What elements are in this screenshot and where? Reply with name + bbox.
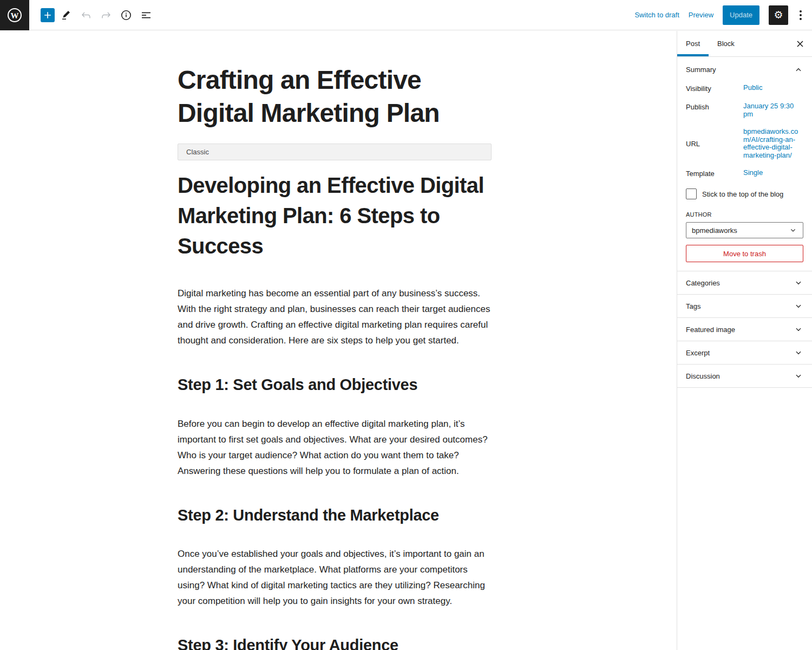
kebab-dot: [800, 10, 802, 12]
excerpt-panel-title: Excerpt: [686, 349, 710, 357]
switch-to-draft-link[interactable]: Switch to draft: [634, 11, 679, 19]
template-label: Template: [686, 169, 743, 178]
classic-block[interactable]: Classic: [178, 144, 492, 160]
post-content: Crafting an Effective Digital Marketing …: [178, 63, 492, 650]
tab-block[interactable]: Block: [709, 31, 743, 56]
step-1-heading[interactable]: Step 1: Set Goals and Objectives: [178, 375, 492, 394]
featured-image-panel-title: Featured image: [686, 326, 735, 334]
author-select-value: bpmediaworks: [692, 226, 737, 235]
excerpt-panel-header[interactable]: Excerpt: [677, 341, 812, 364]
pencil-icon: [60, 9, 73, 22]
collapsed-panels: Categories Tags Featured image Excerpt: [677, 271, 812, 388]
wordpress-icon: W: [6, 6, 23, 24]
classic-block-label: Classic: [186, 148, 209, 156]
svg-text:W: W: [11, 11, 19, 20]
discussion-panel-header[interactable]: Discussion: [677, 364, 812, 387]
block-inserter-button[interactable]: [41, 8, 55, 22]
post-title[interactable]: Crafting an Effective Digital Marketing …: [178, 63, 492, 130]
preview-link[interactable]: Preview: [689, 11, 713, 19]
url-label: URL: [686, 139, 743, 148]
discussion-panel-title: Discussion: [686, 372, 720, 380]
summary-panel-header[interactable]: Summary: [677, 57, 812, 82]
visibility-row: Visibility Public: [686, 84, 803, 93]
summary-panel: Summary Visibility Public Publish Januar…: [677, 57, 812, 271]
redo-button[interactable]: [97, 6, 115, 24]
author-select[interactable]: bpmediaworks: [686, 222, 803, 238]
step-2-heading[interactable]: Step 2: Understand the Marketplace: [178, 506, 492, 525]
summary-body: Visibility Public Publish January 25 9:3…: [677, 82, 812, 271]
editor-canvas: Crafting an Effective Digital Marketing …: [0, 31, 677, 650]
redo-icon: [100, 9, 113, 22]
update-button[interactable]: Update: [723, 5, 759, 25]
tab-post[interactable]: Post: [677, 31, 709, 56]
tags-panel-header[interactable]: Tags: [677, 294, 812, 317]
wordpress-logo[interactable]: W: [0, 0, 29, 30]
sidebar-tabs: Post Block: [677, 31, 812, 57]
chevron-down-icon: [794, 371, 803, 381]
editor-toolbar: W: [0, 0, 812, 30]
publish-label: Publish: [686, 102, 743, 111]
categories-panel-header[interactable]: Categories: [677, 271, 812, 294]
wordpress-block-editor: W: [0, 0, 812, 650]
visibility-label: Visibility: [686, 84, 743, 93]
intro-paragraph[interactable]: Digital marketing has become an essentia…: [178, 285, 492, 348]
move-to-trash-button[interactable]: Move to trash: [686, 245, 803, 262]
url-value-link[interactable]: bpmediaworks.com/AI/crafting-an-effectiv…: [743, 128, 803, 159]
stick-to-top-label: Stick to the top of the blog: [702, 190, 783, 198]
list-view-icon: [140, 9, 153, 22]
visibility-value-link[interactable]: Public: [743, 84, 803, 92]
author-label: AUTHOR: [686, 211, 803, 218]
plus-icon: [42, 10, 53, 21]
options-menu-button[interactable]: [797, 7, 804, 23]
summary-panel-title: Summary: [686, 66, 716, 74]
step-2-paragraph[interactable]: Once you’ve established your goals and o…: [178, 546, 492, 609]
stick-to-top-row: Stick to the top of the blog: [686, 188, 803, 199]
stick-to-top-checkbox[interactable]: [686, 188, 697, 199]
info-icon: [120, 9, 133, 22]
chevron-down-icon: [789, 226, 797, 235]
undo-icon: [80, 9, 93, 22]
list-view-button[interactable]: [137, 6, 155, 24]
details-button[interactable]: [117, 6, 135, 24]
chevron-down-icon: [794, 278, 803, 288]
categories-panel-title: Categories: [686, 279, 720, 287]
chevron-down-icon: [794, 301, 803, 311]
tags-panel-title: Tags: [686, 302, 700, 310]
post-heading-h2[interactable]: Developing an Effective Digital Marketin…: [178, 170, 492, 261]
publish-row: Publish January 25 9:30 pm: [686, 102, 803, 118]
gear-icon: ⚙: [774, 10, 783, 20]
url-row: URL bpmediaworks.com/AI/crafting-an-effe…: [686, 128, 803, 159]
step-1-paragraph[interactable]: Before you can begin to develop an effec…: [178, 416, 492, 479]
settings-sidebar: Post Block Summary Visibility Public: [677, 31, 812, 650]
template-row: Template Single: [686, 169, 803, 178]
chevron-up-icon: [794, 65, 803, 75]
featured-image-panel-header[interactable]: Featured image: [677, 317, 812, 341]
toolbar-actions: Switch to draft Preview Update ⚙: [634, 5, 812, 25]
kebab-dot: [800, 14, 802, 16]
template-value-link[interactable]: Single: [743, 169, 803, 177]
chevron-down-icon: [794, 348, 803, 358]
publish-value-link[interactable]: January 25 9:30 pm: [743, 102, 803, 118]
step-3-heading[interactable]: Step 3: Identify Your Audience: [178, 636, 492, 650]
undo-button[interactable]: [77, 6, 95, 24]
settings-gear-button[interactable]: ⚙: [769, 5, 788, 25]
chevron-down-icon: [794, 324, 803, 334]
close-settings-button[interactable]: [791, 35, 809, 53]
kebab-dot: [800, 18, 802, 20]
edit-tool-button[interactable]: [57, 6, 75, 24]
close-icon: [794, 37, 807, 50]
